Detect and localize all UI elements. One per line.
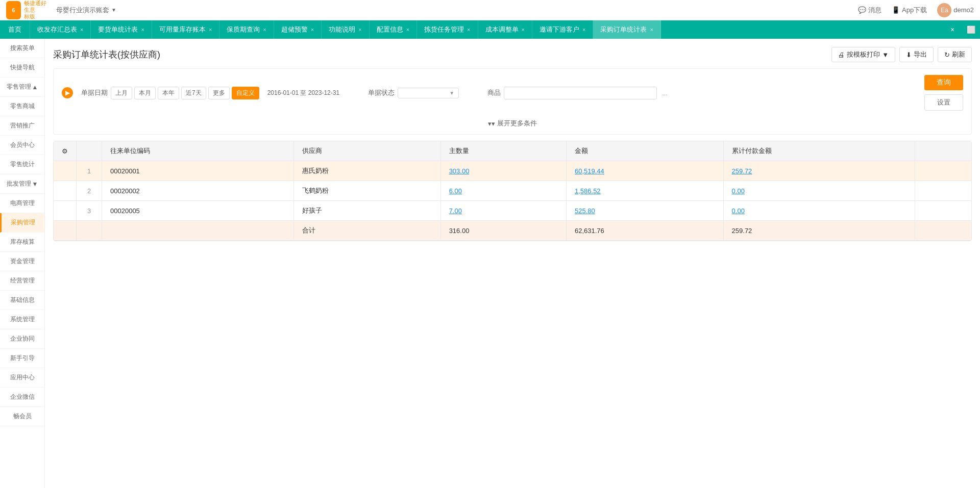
- table-row[interactable]: 3 00020005 好孩子 7.00 525.80 0.00: [54, 201, 971, 221]
- sidebar-item-retail-stat[interactable]: 零售统计: [0, 155, 44, 174]
- row-3-amount-link[interactable]: 525.80: [575, 207, 595, 215]
- sidebar-item-quick-nav[interactable]: 快捷导航: [0, 58, 44, 78]
- tab-recv-send[interactable]: 收发存汇总表 ×: [30, 20, 91, 39]
- tab-purchase-stat-close[interactable]: ×: [650, 27, 653, 33]
- message-button[interactable]: 💬 消息: [858, 6, 881, 15]
- sidebar-item-basic-info[interactable]: 基础信息: [0, 291, 44, 310]
- date-range-item: 2016-01-01 至 2023-12-31: [267, 89, 339, 97]
- nav-maximize-button[interactable]: ⬜: [962, 20, 980, 39]
- col-settings[interactable]: ⚙: [54, 141, 77, 161]
- tab-func-desc[interactable]: 功能说明 ×: [322, 20, 369, 39]
- date-btn-this-month[interactable]: 本月: [134, 87, 156, 99]
- sidebar-item-fund-mgmt[interactable]: 资金管理: [0, 252, 44, 271]
- goods-filter-more[interactable]: ...: [662, 89, 668, 97]
- sidebar: 搜索英单 快捷导航 零售管理 ▲ 零售商城 营销推广 会员中心 零售统计 批发管…: [0, 39, 45, 488]
- row-1-main-qty-link[interactable]: 303.00: [449, 167, 470, 175]
- tab-warranty-query[interactable]: 保质期查询 ×: [219, 20, 274, 39]
- sidebar-item-ops-mgmt[interactable]: 经营管理: [0, 271, 44, 291]
- tab-cost-adjust[interactable]: 成本调整单 ×: [478, 20, 532, 39]
- tab-home[interactable]: 首页: [0, 20, 30, 39]
- tab-purchase-stat[interactable]: 采购订单统计表 ×: [593, 20, 660, 39]
- tab-config-info[interactable]: 配置信息 ×: [370, 20, 417, 39]
- user-area[interactable]: Ea demo2: [937, 3, 974, 17]
- sidebar-item-enterprise-collab[interactable]: 企业协同: [0, 329, 44, 349]
- tab-overstock[interactable]: 超储预警 ×: [274, 20, 322, 39]
- tab-invite-downstream-close[interactable]: ×: [582, 27, 585, 33]
- tab-func-desc-label: 功能说明: [329, 25, 355, 34]
- sidebar-item-purchase-mgmt[interactable]: 采购管理: [0, 213, 44, 233]
- status-filter-item: 单据状态 ▼: [368, 88, 459, 98]
- sidebar-item-vip-member[interactable]: 畅会员: [0, 407, 44, 426]
- date-btn-7days[interactable]: 近7天: [181, 87, 206, 99]
- row-2-main-qty-link[interactable]: 6.00: [449, 187, 462, 195]
- row-3-main-qty[interactable]: 7.00: [440, 201, 566, 221]
- date-btn-more[interactable]: 更多: [208, 87, 230, 99]
- tab-warranty-query-close[interactable]: ×: [263, 27, 266, 33]
- sidebar-item-ecommerce[interactable]: 电商管理: [0, 194, 44, 213]
- row-2-amount-link[interactable]: 1,586.52: [575, 187, 601, 195]
- goods-filter-input[interactable]: [504, 87, 657, 99]
- tab-goods-stat-close[interactable]: ×: [141, 27, 144, 33]
- tab-goods-stat[interactable]: 要货单统计表 ×: [91, 20, 152, 39]
- date-btn-custom[interactable]: 自定义: [232, 87, 259, 99]
- row-1-paid-amount[interactable]: 259.72: [723, 161, 915, 181]
- sidebar-item-member[interactable]: 会员中心: [0, 136, 44, 155]
- sidebar-item-sys-mgmt[interactable]: 系统管理: [0, 310, 44, 329]
- template-print-button[interactable]: 🖨 按模板打印 ▼: [831, 47, 895, 62]
- tab-config-info-close[interactable]: ×: [406, 27, 409, 33]
- tab-overstock-label: 超储预警: [281, 25, 308, 34]
- tab-invite-downstream[interactable]: 邀请下游客户 ×: [532, 20, 593, 39]
- row-1-amount-link[interactable]: 60,519.44: [575, 167, 604, 175]
- date-btn-this-year[interactable]: 本年: [158, 87, 179, 99]
- sidebar-item-app-center[interactable]: 应用中心: [0, 368, 44, 388]
- tab-pick-task-close[interactable]: ×: [467, 27, 470, 33]
- row-1-paid-link[interactable]: 259.72: [732, 167, 752, 175]
- export-button[interactable]: ⬇ 导出: [899, 47, 934, 62]
- row-1-main-qty[interactable]: 303.00: [440, 161, 566, 181]
- filter-toggle-button[interactable]: ▶: [62, 87, 73, 98]
- row-3-amount[interactable]: 525.80: [567, 201, 724, 221]
- tab-func-desc-close[interactable]: ×: [358, 27, 361, 33]
- row-1-amount[interactable]: 60,519.44: [567, 161, 724, 181]
- settings-button[interactable]: 设置: [924, 94, 963, 111]
- table-row[interactable]: 1 00020001 惠氏奶粉 303.00 60,519.44 259.72: [54, 161, 971, 181]
- tab-recv-send-close[interactable]: ×: [80, 27, 83, 33]
- footer-amount: 62,631.76: [567, 221, 724, 241]
- row-2-amount[interactable]: 1,586.52: [567, 181, 724, 201]
- workspace-selector[interactable]: 母婴行业演示账套 ▼: [56, 6, 116, 15]
- tab-inventory-account[interactable]: 可用量库存账本 ×: [152, 20, 219, 39]
- row-2-main-qty[interactable]: 6.00: [440, 181, 566, 201]
- expand-more-button[interactable]: ▾▾ 展开更多条件: [488, 119, 537, 128]
- column-settings-icon[interactable]: ⚙: [62, 147, 68, 155]
- tab-inventory-account-close[interactable]: ×: [209, 27, 212, 33]
- app-download-button[interactable]: 📱 App下载: [892, 6, 927, 15]
- row-3-paid-amount[interactable]: 0.00: [723, 201, 915, 221]
- refresh-button[interactable]: ↻ 刷新: [938, 47, 972, 62]
- row-2-paid-link[interactable]: 0.00: [732, 187, 745, 195]
- nav-close-button[interactable]: ×: [943, 20, 962, 39]
- row-2-unit-code: 00020002: [102, 181, 294, 201]
- page-title: 采购订单统计表(按供应商): [53, 48, 160, 61]
- date-btn-last-month[interactable]: 上月: [111, 87, 132, 99]
- sidebar-item-new-guide[interactable]: 新手引导: [0, 349, 44, 368]
- row-2-paid-amount[interactable]: 0.00: [723, 181, 915, 201]
- sidebar-item-search[interactable]: 搜索英单: [0, 39, 44, 58]
- sidebar-item-inventory-check[interactable]: 库存核算: [0, 233, 44, 252]
- tab-pick-task[interactable]: 拣货任务管理 ×: [417, 20, 478, 39]
- sidebar-item-wholesale-mgmt[interactable]: 批发管理 ▼: [0, 174, 44, 194]
- logo-area: 6 畅捷通好生意 标版: [6, 0, 51, 20]
- table-row[interactable]: 2 00020002 飞鹤奶粉 6.00 1,586.52 0.00: [54, 181, 971, 201]
- status-select[interactable]: ▼: [398, 88, 459, 98]
- query-button[interactable]: 查询: [924, 75, 963, 90]
- row-3-main-qty-link[interactable]: 7.00: [449, 207, 462, 215]
- row-3-paid-link[interactable]: 0.00: [732, 207, 745, 215]
- sidebar-item-enterprise-wechat[interactable]: 企业微信: [0, 388, 44, 407]
- tab-cost-adjust-close[interactable]: ×: [522, 27, 525, 33]
- tab-purchase-stat-label: 采购订单统计表: [600, 25, 647, 34]
- sidebar-item-marketing[interactable]: 营销推广: [0, 116, 44, 136]
- data-table-container: ⚙ 往来单位编码 供应商 主数量 金额 累计付款金额: [53, 141, 972, 241]
- tab-overstock-close[interactable]: ×: [311, 27, 314, 33]
- table-header-row: ⚙ 往来单位编码 供应商 主数量 金额 累计付款金额: [54, 141, 971, 161]
- sidebar-item-retail-mgmt[interactable]: 零售管理 ▲: [0, 78, 44, 97]
- sidebar-item-retail-mall[interactable]: 零售商城: [0, 97, 44, 116]
